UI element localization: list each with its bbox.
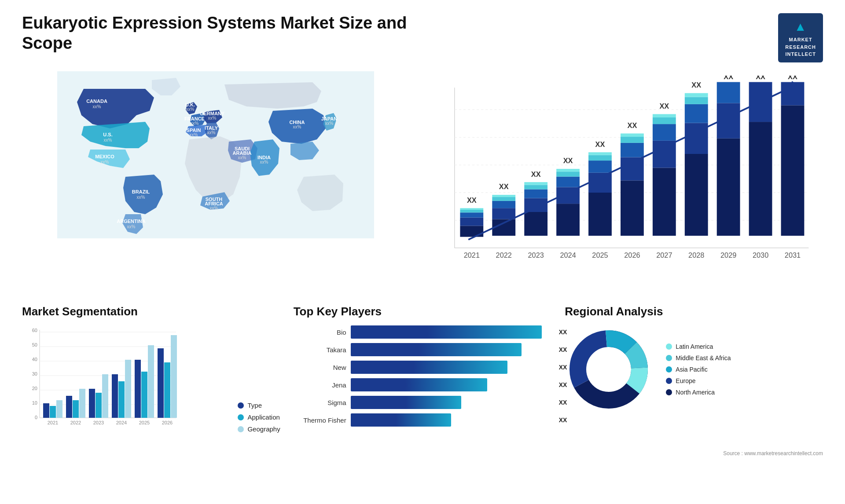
donut-svg [565, 325, 653, 413]
svg-text:xx%: xx% [293, 124, 301, 129]
legend-dot-application [238, 414, 244, 420]
svg-rect-70 [621, 180, 644, 236]
svg-text:2029: 2029 [720, 251, 736, 259]
svg-text:XX: XX [499, 183, 509, 190]
svg-text:XX: XX [724, 76, 733, 80]
svg-text:2023: 2023 [93, 420, 104, 425]
svg-text:2030: 2030 [753, 251, 768, 259]
regional-title: Regional Analysis [565, 305, 823, 318]
svg-text:40: 40 [32, 357, 37, 362]
svg-text:XX: XX [691, 81, 701, 89]
svg-rect-62 [556, 168, 580, 171]
legend-type-label: Type [247, 402, 262, 409]
market-segmentation: Market Segmentation 0 10 20 30 40 50 60 [22, 305, 280, 442]
player-bar-takara: XX [351, 343, 552, 356]
svg-rect-86 [685, 93, 708, 97]
svg-rect-127 [50, 406, 56, 418]
svg-rect-92 [749, 122, 772, 236]
svg-rect-77 [653, 140, 676, 168]
legend-geography: Geography [238, 425, 280, 433]
svg-rect-76 [653, 168, 676, 236]
svg-text:XX: XX [659, 102, 669, 110]
svg-rect-139 [141, 372, 147, 418]
svg-rect-141 [158, 348, 164, 418]
svg-rect-135 [112, 374, 118, 418]
legend-application-label: Application [247, 413, 279, 421]
seg-content: 0 10 20 30 40 50 60 [22, 325, 280, 442]
svg-rect-138 [135, 360, 141, 418]
world-map: CANADA xx% U.S. xx% MEXICO xx% BRAZIL xx… [22, 71, 409, 292]
svg-rect-72 [621, 142, 644, 157]
svg-rect-65 [588, 172, 612, 192]
player-row-takara: Takara XX [294, 343, 552, 356]
svg-rect-79 [653, 117, 676, 124]
player-bar-fill-thermo [351, 413, 451, 427]
svg-text:50: 50 [32, 342, 37, 347]
svg-text:XX: XX [756, 76, 765, 80]
svg-text:xx%: xx% [137, 195, 145, 200]
svg-rect-136 [118, 381, 125, 418]
svg-rect-73 [621, 137, 644, 143]
market-seg-title: Market Segmentation [22, 305, 280, 318]
svg-text:2031: 2031 [785, 251, 801, 259]
svg-rect-88 [717, 138, 740, 235]
svg-text:XX: XX [595, 140, 605, 148]
legend-application: Application [238, 413, 280, 421]
svg-text:60: 60 [32, 328, 37, 333]
map-svg: CANADA xx% U.S. xx% MEXICO xx% BRAZIL xx… [22, 71, 409, 238]
svg-text:xx%: xx% [260, 160, 268, 164]
svg-rect-143 [171, 335, 177, 418]
svg-rect-84 [685, 104, 708, 123]
reg-label-mea: Middle East & Africa [676, 354, 731, 362]
svg-rect-140 [148, 345, 154, 418]
player-row-jena: Jena XX [294, 378, 552, 391]
player-bar-jena: XX [351, 378, 552, 391]
player-name-thermo: Thermo Fisher [294, 416, 346, 424]
svg-text:20: 20 [32, 386, 37, 391]
legend-type: Type [238, 402, 280, 409]
player-name-jena: Jena [294, 381, 346, 389]
player-name-takara: Takara [294, 346, 346, 354]
svg-rect-134 [102, 374, 108, 418]
svg-text:2024: 2024 [560, 251, 576, 259]
bar-chart-container: XX XX XX XX [418, 71, 823, 292]
svg-text:2025: 2025 [592, 251, 608, 259]
svg-rect-52 [524, 212, 547, 235]
svg-text:XX: XX [531, 170, 541, 178]
svg-point-155 [588, 348, 630, 391]
svg-rect-53 [524, 198, 547, 212]
svg-text:XX: XX [467, 196, 477, 204]
reg-label-europe: Europe [676, 377, 695, 384]
svg-text:xx%: xx% [127, 224, 136, 229]
legend-dot-geography [238, 426, 244, 432]
svg-rect-129 [66, 396, 72, 418]
svg-rect-64 [588, 192, 612, 235]
reg-legend-mea: Middle East & Africa [666, 354, 731, 362]
players-list: Bio XX Takara XX New XX [294, 325, 552, 427]
svg-rect-66 [588, 161, 612, 173]
source-text: Source : www.marketresearchintellect.com [22, 450, 823, 457]
svg-rect-82 [685, 153, 708, 235]
player-row-sigma: Sigma XX [294, 396, 552, 409]
legend-dot-type [238, 402, 244, 409]
svg-text:2026: 2026 [624, 251, 640, 259]
svg-rect-58 [556, 204, 580, 236]
logo-area: ▲ MARKET RESEARCH INTELLECT [778, 13, 823, 62]
svg-rect-128 [56, 400, 62, 418]
regional-content: Latin America Middle East & Africa Asia … [565, 325, 823, 413]
svg-text:CANADA: CANADA [86, 99, 107, 104]
svg-rect-44 [460, 208, 483, 210]
svg-text:xx%: xx% [186, 107, 195, 112]
svg-text:2025: 2025 [139, 420, 150, 425]
seg-chart-svg: 0 10 20 30 40 50 60 [22, 325, 180, 440]
svg-rect-78 [653, 124, 676, 141]
svg-rect-130 [73, 400, 79, 418]
svg-text:0: 0 [35, 415, 37, 420]
key-players-section: Top Key Players Bio XX Takara XX New [294, 305, 552, 442]
player-bar-fill-jena [351, 378, 488, 391]
svg-rect-48 [492, 201, 515, 208]
bar-chart-svg: XX XX XX XX [427, 76, 814, 288]
bottom-section: Market Segmentation 0 10 20 30 40 50 60 [22, 305, 823, 442]
logo-line1: MARKET [785, 36, 816, 44]
reg-label-latin-america: Latin America [676, 343, 713, 350]
